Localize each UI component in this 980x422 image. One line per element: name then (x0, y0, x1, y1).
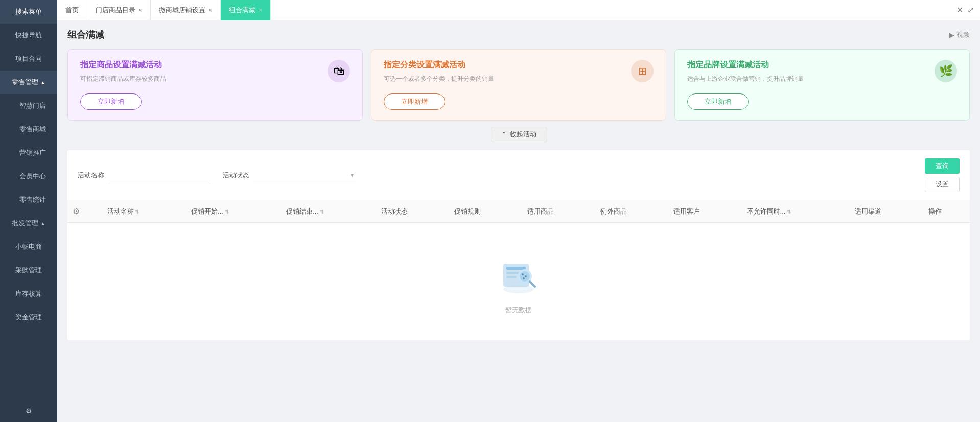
product-card-desc: 可指定滞销商品或库存较多商品 (80, 75, 350, 85)
sidebar-item-retail-stats[interactable]: 零售统计 (0, 188, 57, 212)
activity-name-filter: 活动名称 (78, 169, 211, 181)
sidebar-item-retail-management[interactable]: 零售管理 ▲ (0, 71, 57, 94)
col-promo-rule: 促销规则 (449, 200, 522, 223)
sidebar-item-inventory-accounting[interactable]: 库存核算 (0, 282, 57, 306)
col-settings: ⚙ (67, 200, 102, 223)
sidebar-item-fund-management[interactable]: 资金管理 (0, 306, 57, 329)
tab-home[interactable]: 首页 (57, 0, 87, 20)
product-card: 🛍 指定商品设置满减活动 可指定滞销商品或库存较多商品 立即新增 (67, 49, 363, 121)
activity-status-select[interactable]: 进行中 已结束 未开始 (253, 169, 356, 181)
col-actions: 操作 (923, 200, 970, 223)
collapse-bar: ⌃ 收起活动 (67, 127, 970, 142)
col-promo-start[interactable]: 促销开始... (186, 200, 281, 223)
sidebar-item-retail-mall[interactable]: 零售商城 (0, 118, 57, 141)
page-header: 组合满减 ▶ 视频 (67, 29, 970, 41)
empty-text: 暂无数据 (505, 306, 532, 315)
window-close-icon[interactable]: ✕ (956, 5, 963, 15)
retail-management-arrow: ▲ (40, 80, 45, 85)
collapse-button[interactable]: ⌃ 收起活动 (491, 127, 547, 142)
category-card-icon: ⊞ (631, 60, 654, 82)
activity-status-filter: 活动状态 进行中 已结束 未开始 ▾ (223, 169, 356, 181)
tab-store-catalog-close[interactable]: × (138, 7, 142, 14)
content-area: 组合满减 ▶ 视频 🛍 指定商品设置满减活动 可指定滞销商品或库存较多商品 立即… (57, 20, 980, 422)
activity-name-input[interactable] (108, 169, 211, 181)
play-icon: ▶ (949, 31, 954, 39)
svg-rect-2 (506, 267, 526, 270)
brand-card-icon: 🌿 (935, 60, 957, 82)
tab-store-catalog-label: 门店商品目录 (96, 6, 135, 15)
svg-line-7 (530, 282, 535, 287)
page-title: 组合满减 (67, 29, 104, 41)
tab-store-catalog[interactable]: 门店商品目录 × (87, 0, 151, 20)
category-card-desc: 可选一个或者多个分类，提升分类的销量 (384, 75, 654, 85)
product-card-icon: 🛍 (328, 60, 350, 82)
filter-bar: 活动名称 活动状态 进行中 已结束 未开始 ▾ (67, 150, 970, 200)
topbar-right: ✕ ⤢ (956, 5, 980, 15)
sidebar: 搜索菜单 快捷导航 项目合同 零售管理 ▲ 智慧门店 零售商城 营销推广 会员中… (0, 0, 57, 422)
svg-rect-4 (506, 276, 517, 278)
col-activity-status: 活动状态 (376, 200, 449, 223)
sidebar-item-quick-nav[interactable]: 快捷导航 (0, 24, 57, 47)
query-button[interactable]: 查询 (925, 158, 960, 174)
svg-point-10 (523, 277, 525, 279)
sidebar-item-project-contract[interactable]: 项目合同 (0, 47, 57, 71)
brand-card-desc: 适合与上游企业联合做营销，提升品牌销量 (687, 75, 957, 85)
table-wrapper: ⚙ 活动名称 促销开始... 促销结束... 活动状态 促销规则 适用商品 例外… (67, 200, 970, 340)
svg-point-9 (525, 275, 527, 277)
activity-status-label: 活动状态 (223, 171, 249, 180)
table-header-row: ⚙ 活动名称 促销开始... 促销结束... 活动状态 促销规则 适用商品 例外… (67, 200, 970, 223)
category-card-add-button[interactable]: 立即新增 (384, 93, 445, 110)
collapse-label: 收起活动 (510, 130, 536, 139)
category-card-title: 指定分类设置满减活动 (384, 60, 654, 71)
col-not-allow-concurrent[interactable]: 不允许同时... (742, 200, 850, 223)
table-gear-icon[interactable]: ⚙ (73, 207, 80, 216)
collapse-chevron-icon: ⌃ (501, 131, 507, 138)
brand-card: 🌿 指定品牌设置满减活动 适合与上游企业联合做营销，提升品牌销量 立即新增 (674, 49, 970, 121)
cards-row: 🛍 指定商品设置满减活动 可指定滞销商品或库存较多商品 立即新增 ⊞ 指定分类设… (67, 49, 970, 121)
sidebar-item-purchase-management[interactable]: 采购管理 (0, 259, 57, 282)
main-area: 首页 门店商品目录 × 微商城店铺设置 × 组合满减 × ✕ ⤢ 组合满减 ▶ … (57, 0, 980, 422)
wholesale-arrow: ▲ (40, 221, 45, 226)
empty-state: 暂无数据 (67, 223, 970, 340)
tab-combo-close[interactable]: × (259, 7, 262, 14)
sidebar-item-member-center[interactable]: 会员中心 (0, 165, 57, 188)
tab-combo-label: 组合满减 (229, 6, 255, 15)
gear-icon: ⚙ (26, 407, 32, 415)
sidebar-item-xiochang-ecommerce[interactable]: 小畅电商 (0, 235, 57, 259)
col-activity-name[interactable]: 活动名称 (102, 200, 186, 223)
brand-card-add-button[interactable]: 立即新增 (687, 93, 749, 110)
topbar: 首页 门店商品目录 × 微商城店铺设置 × 组合满减 × ✕ ⤢ (57, 0, 980, 20)
sidebar-item-wholesale-management[interactable]: 批发管理 ▲ (0, 212, 57, 235)
sidebar-settings-button[interactable]: ⚙ (0, 400, 57, 422)
svg-point-8 (522, 273, 524, 275)
sidebar-item-search-menu[interactable]: 搜索菜单 (0, 0, 57, 24)
table-header: ⚙ 活动名称 促销开始... 促销结束... 活动状态 促销规则 适用商品 例外… (67, 200, 970, 223)
tab-wechat-label: 微商城店铺设置 (159, 6, 205, 15)
product-card-add-button[interactable]: 立即新增 (80, 93, 142, 110)
category-card: ⊞ 指定分类设置满减活动 可选一个或者多个分类，提升分类的销量 立即新增 (371, 49, 666, 121)
settings-button[interactable]: 设置 (925, 177, 960, 192)
col-applicable-goods: 适用商品 (522, 200, 595, 223)
tab-combo-discount[interactable]: 组合满减 × (221, 0, 271, 20)
window-maximize-icon[interactable]: ⤢ (967, 5, 974, 15)
tab-wechat-close[interactable]: × (208, 7, 212, 14)
sidebar-item-smart-store[interactable]: 智慧门店 (0, 94, 57, 118)
activity-table: ⚙ 活动名称 促销开始... 促销结束... 活动状态 促销规则 适用商品 例外… (67, 200, 970, 223)
col-applicable-channel: 适用渠道 (850, 200, 923, 223)
product-card-title: 指定商品设置满减活动 (80, 60, 350, 71)
filter-actions: 查询 设置 (925, 158, 960, 192)
empty-illustration (493, 248, 544, 299)
col-exception-goods: 例外商品 (595, 200, 668, 223)
col-promo-end[interactable]: 促销结束... (281, 200, 376, 223)
sidebar-item-marketing[interactable]: 营销推广 (0, 141, 57, 165)
video-label: 视频 (956, 30, 970, 39)
brand-card-title: 指定品牌设置满减活动 (687, 60, 957, 71)
video-link[interactable]: ▶ 视频 (949, 30, 970, 39)
filter-table-wrapper: 活动名称 活动状态 进行中 已结束 未开始 ▾ (67, 150, 970, 340)
col-applicable-customers: 适用客户 (668, 200, 741, 223)
tab-wechat-store-settings[interactable]: 微商城店铺设置 × (151, 0, 221, 20)
activity-status-select-wrapper: 进行中 已结束 未开始 ▾ (253, 169, 356, 181)
activity-name-label: 活动名称 (78, 171, 104, 180)
tab-home-label: 首页 (65, 6, 79, 15)
